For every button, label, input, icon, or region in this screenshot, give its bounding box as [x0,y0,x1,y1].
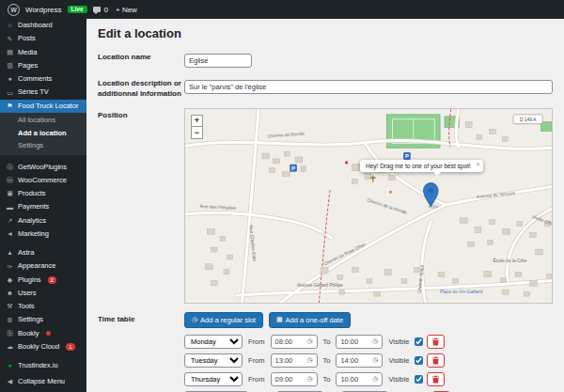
poi-marker [389,190,392,193]
day-select[interactable]: Thursday [184,372,243,386]
from-time-input[interactable]: 13:00 ◷ [271,353,318,368]
add-one-off-date-button[interactable]: ▦ Add a one-off date [269,312,351,328]
sidebar-item-astra[interactable]: ▲ Astra [0,246,86,259]
location-description-row: Location description or additionnal info… [98,76,553,100]
delete-row-button[interactable] [427,353,445,368]
marketing-icon: ◄ [6,230,14,238]
sidebar-item-trustindex[interactable]: ● Trustindex.io [0,359,86,372]
astra-icon: ▲ [6,249,14,257]
sidebar-item-marketing[interactable]: ◄ Marketing [0,227,86,241]
clock-icon: ◷ [192,316,197,323]
tv-icon: ▭ [6,89,14,97]
sidebar-subitem-settings[interactable]: Settings [0,139,86,151]
calendar-icon: ▦ [276,316,283,323]
location-name-row: Location name [98,50,553,68]
svg-text:P: P [291,165,295,171]
street-label: Chemin de Ronde [267,131,305,138]
clock-icon: ◷ [306,337,312,345]
street-label: Rue Charles Gide [248,225,257,261]
zoom-out-button[interactable]: − [191,127,203,139]
collapse-menu-button[interactable]: ◀ Collapse Menu [0,375,86,388]
live-badge: Live [68,6,87,14]
sidebar-item-settings[interactable]: ⚙ Settings [0,313,86,326]
sidebar-item-products[interactable]: ▣ Products [0,187,86,200]
sidebar-item-tools[interactable]: ⚒ Tools [0,300,86,313]
plugins-icon: ◆ [6,276,14,284]
tooltip-close-icon[interactable]: × [477,161,480,167]
day-select[interactable]: Tuesday [184,353,243,368]
poi-marker [345,161,348,164]
comments-icon: ● [6,75,14,83]
sidebar-item-getwooplugins[interactable]: Ⓖ GetWooPlugins [0,161,86,174]
sidebar-item-appearance[interactable]: ✑ Appearance [0,259,86,273]
timetable-row-monday: Monday From 08:00 ◷ To 10:00 ◷ Visible [184,335,553,349]
parking-icon: P [290,164,297,171]
location-description-input[interactable] [184,80,553,94]
delete-row-button[interactable] [427,372,445,386]
poi-label: École de la Côte [494,257,527,262]
woocommerce-icon: Ⓦ [6,177,14,184]
location-pin-icon: ⚑ [6,102,14,110]
site-name[interactable]: Wordpress [25,6,62,14]
page-title: Edit a location [98,26,553,40]
analytics-icon: ↗ [6,217,14,225]
bookly-notification-dot [46,331,51,336]
visible-checkbox[interactable] [415,337,423,346]
tools-icon: ⚒ [6,303,14,310]
sidebar-subitem-add-a-location[interactable]: Add a location [0,127,86,139]
new-button[interactable]: + New [116,6,137,14]
wordpress-logo-icon[interactable]: W [8,4,20,16]
admin-bar: W Wordpress Live 0 + New [0,0,564,19]
location-description-label: Location description or additionnal info… [98,76,184,100]
media-icon: ▤ [6,49,14,56]
to-time-input[interactable]: 14:00 ◷ [336,353,383,368]
plugins-update-badge: 2 [48,276,56,284]
sidebar-item-bookly-cloud[interactable]: ☁ Bookly Cloud 1 [0,340,86,353]
time-table-row: Time table ◷ Add a regular slot ▦ Add a … [98,312,553,392]
sidebar-item-woocommerce[interactable]: Ⓦ WooCommerce [0,174,86,187]
to-time-input[interactable]: 10:00 ◷ [336,372,383,386]
payments-icon: ▬ [6,204,14,212]
visible-checkbox[interactable] [415,375,423,384]
comment-count[interactable]: 0 [104,6,108,14]
sidebar-item-food-truck-locator[interactable]: ⚑ Food Truck Locator [0,100,86,113]
sidebar-item-posts[interactable]: ✎ Posts [0,32,86,45]
location-name-label: Location name [98,50,184,68]
street-label: Chemin du Rose Ollier [322,242,366,266]
location-marker-pin[interactable] [424,182,439,207]
from-time-input[interactable]: 09:00 ◷ [271,372,318,386]
sidebar-item-pages[interactable]: ▥ Pages [0,59,86,72]
posts-icon: ✎ [6,36,14,43]
delete-row-button[interactable] [427,335,445,349]
bookly-cloud-badge: 1 [66,343,74,351]
clock-icon: ◷ [306,375,312,383]
sidebar-item-bookly[interactable]: Ⓑ Bookly [0,327,86,340]
sidebar-item-plugins[interactable]: ◆ Plugins 2 [0,274,86,287]
sidebar-item-analytics[interactable]: ↗ Analytics [0,214,86,227]
add-regular-slot-button[interactable]: ◷ Add a regular slot [184,312,263,328]
sidebar-item-series-tv[interactable]: ▭ Séries TV [0,86,86,99]
zoom-in-button[interactable]: + [191,115,203,127]
to-time-input[interactable]: 10:00 ◷ [336,335,383,349]
day-select[interactable]: Monday [184,335,243,349]
street-label: Avenue du Vercors [477,190,516,198]
sidebar-item-comments[interactable]: ● Comments [0,72,86,86]
visible-checkbox[interactable] [415,356,423,365]
comments-icon[interactable] [93,7,101,12]
settings-icon: ⚙ [6,317,14,324]
location-name-input[interactable] [184,54,252,68]
sidebar-item-payments[interactable]: ▬ Payments [0,200,86,213]
position-row: Position [98,108,553,304]
collapse-arrow-icon: ◀ [6,378,14,385]
from-time-input[interactable]: 08:00 ◷ [271,335,318,349]
sidebar-item-users[interactable]: ☻ Users [0,287,86,300]
map[interactable]: P P D 149 A Chemin de Ronde Chemin de la… [184,108,553,304]
sidebar-item-dashboard[interactable]: ⌂ Dashboard [0,19,86,32]
trash-icon [431,375,440,384]
time-table-label: Time table [98,312,184,392]
map-canvas[interactable]: P P D 149 A Chemin de Ronde Chemin de la… [185,109,552,303]
street-label: Rue des Pléiades [200,204,237,211]
sidebar-item-media[interactable]: ▤ Media [0,46,86,59]
sidebar-subitem-all-locations[interactable]: All locations [0,115,86,127]
svg-text:D 149 A: D 149 A [520,118,537,122]
